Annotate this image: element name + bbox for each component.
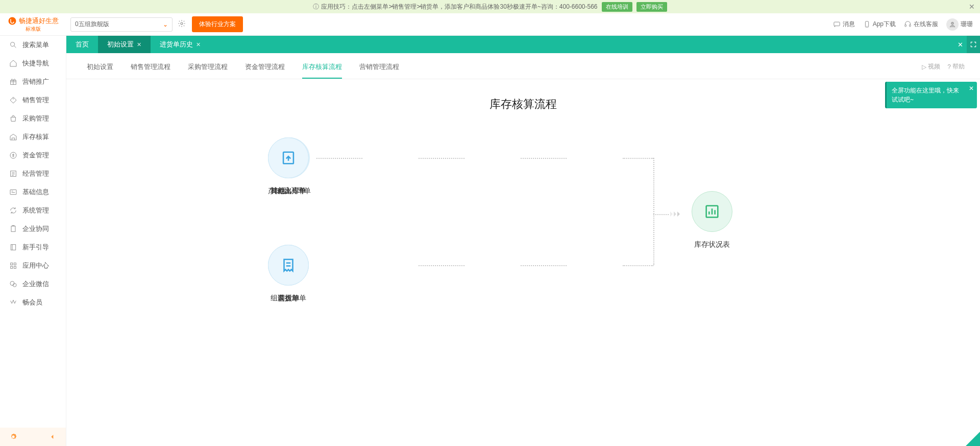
- edition-value: 0五组旗舰版: [75, 20, 109, 29]
- svg-rect-4: [905, 25, 906, 27]
- svg-rect-15: [11, 263, 13, 265]
- buy-now-button[interactable]: 立即购买: [636, 2, 667, 12]
- sidebar-item-inventory[interactable]: 库存核算: [0, 128, 66, 146]
- svg-point-7: [11, 42, 15, 46]
- connector: [521, 158, 567, 159]
- connector: [653, 158, 654, 214]
- subtab-initial[interactable]: 初始设置: [87, 62, 113, 79]
- settings-icon[interactable]: [178, 19, 186, 29]
- fullscreen-icon[interactable]: [967, 36, 980, 53]
- sidebar-item-basicinfo[interactable]: 基础信息: [0, 183, 66, 201]
- gear-icon[interactable]: [9, 433, 17, 441]
- fullscreen-tip: 全屏功能在这里哦，快来试试吧~ ✕: [885, 82, 977, 108]
- chat-icon: [9, 280, 17, 288]
- vip-icon: [9, 298, 17, 307]
- card-icon: [9, 188, 17, 196]
- sidebar-item-funds[interactable]: 资金管理: [0, 146, 66, 165]
- collapse-icon[interactable]: [48, 433, 57, 441]
- sidebar: 搜索菜单 快捷导航 营销推广 销售管理 采购管理 库存核算 资金管理 经营管理 …: [0, 36, 66, 446]
- sidebar-item-system[interactable]: 系统管理: [0, 201, 66, 220]
- logo: 畅捷通好生意 标准版: [0, 16, 66, 33]
- sidebar-item-guide[interactable]: 新手引导: [0, 238, 66, 256]
- bag-icon: [9, 114, 17, 123]
- svg-rect-18: [14, 266, 16, 268]
- tip-close-icon[interactable]: ✕: [969, 84, 974, 93]
- svg-rect-2: [834, 22, 840, 26]
- flow-diagram: 产成品入库单 其他入库单 材料出库单 其他出库单 盘点单 调拨单 组装拆卸单: [268, 137, 778, 332]
- svg-rect-14: [11, 245, 15, 250]
- search-icon: [9, 41, 17, 49]
- connector: [419, 158, 464, 159]
- industry-demo-button[interactable]: 体验行业方案: [192, 16, 243, 32]
- video-link[interactable]: ▷ 视频: [922, 62, 940, 71]
- close-icon[interactable]: ✕: [137, 41, 141, 48]
- connector: [521, 265, 567, 266]
- receipt-icon: [280, 256, 297, 274]
- subtab-purchase[interactable]: 采购管理流程: [188, 62, 228, 79]
- sidebar-item-sales[interactable]: 销售管理: [0, 91, 66, 109]
- tab-initial-settings[interactable]: 初始设置✕: [98, 36, 151, 53]
- app-download-link[interactable]: App下载: [863, 20, 896, 29]
- connector: [623, 158, 653, 159]
- sidebar-item-biz[interactable]: 经营管理: [0, 165, 66, 183]
- grid-icon: [9, 262, 17, 270]
- edition-select[interactable]: 0五组旗舰版 ⌄: [70, 17, 173, 32]
- help-link[interactable]: ? 帮助: [947, 62, 965, 71]
- subtab-inventory[interactable]: 库存核算流程: [302, 62, 342, 79]
- svg-point-6: [951, 22, 954, 25]
- tabbar-close-icon[interactable]: ✕: [953, 36, 967, 53]
- clipboard-icon: [9, 225, 17, 233]
- user-menu[interactable]: 珊珊: [946, 18, 973, 31]
- sidebar-item-search[interactable]: 搜索菜单: [0, 36, 66, 54]
- svg-rect-17: [11, 266, 13, 268]
- list-icon: [9, 170, 17, 178]
- connector: [419, 265, 464, 266]
- connector: [623, 265, 653, 266]
- gift-icon: [9, 78, 17, 86]
- subtab-sales[interactable]: 销售管理流程: [131, 62, 170, 79]
- brand-icon: [8, 16, 17, 26]
- header: 畅捷通好生意 标准版 0五组旗舰版 ⌄ 体验行业方案 消息 App下载 在线客服…: [0, 13, 980, 36]
- content: 初始设置 销售管理流程 采购管理流程 资金管理流程 库存核算流程 营销管理流程 …: [66, 53, 980, 446]
- arrow-icon: [670, 212, 680, 217]
- sidebar-item-purchase[interactable]: 采购管理: [0, 109, 66, 128]
- messages-link[interactable]: 消息: [833, 20, 855, 29]
- tab-home[interactable]: 首页: [66, 36, 98, 53]
- node-other-out[interactable]: 其他出库单: [268, 137, 309, 196]
- sync-icon: [9, 206, 17, 215]
- svg-point-9: [13, 99, 13, 99]
- home-icon: [9, 59, 17, 67]
- node-assembly[interactable]: 组装拆卸单: [268, 245, 309, 303]
- coin-icon: [9, 151, 17, 159]
- sidebar-item-marketing[interactable]: 营销推广: [0, 73, 66, 91]
- doc-out-icon: [280, 149, 297, 167]
- banner-close-icon[interactable]: ✕: [969, 3, 975, 11]
- book-icon: [9, 243, 17, 251]
- avatar-icon: [946, 18, 959, 31]
- brand-name: 畅捷通好生意: [19, 16, 59, 26]
- online-training-button[interactable]: 在线培训: [602, 2, 632, 12]
- customer-service-link[interactable]: 在线客服: [904, 20, 938, 29]
- tab-purchase-history[interactable]: 进货单历史✕: [151, 36, 210, 53]
- sidebar-item-member[interactable]: 畅会员: [0, 293, 66, 312]
- warehouse-icon: [9, 133, 17, 141]
- sidebar-item-apps[interactable]: 应用中心: [0, 256, 66, 275]
- sidebar-item-wechat[interactable]: 企业微信: [0, 275, 66, 293]
- connector: [316, 158, 362, 159]
- svg-rect-5: [910, 25, 911, 27]
- subtab-funds[interactable]: 资金管理流程: [245, 62, 285, 79]
- tag-icon: [9, 96, 17, 104]
- node-inventory-report[interactable]: 库存状况表: [692, 191, 732, 249]
- promo-banner: ⓘ 应用技巧：点击左侧菜单>销售管理>销货单，添加客户和商品体验30秒极速开单~…: [0, 0, 980, 13]
- chevron-down-icon: ⌄: [163, 21, 168, 28]
- svg-point-19: [10, 281, 14, 286]
- sidebar-item-collab[interactable]: 企业协同: [0, 220, 66, 238]
- sidebar-item-quicknav[interactable]: 快捷导航: [0, 54, 66, 73]
- banner-text: 应用技巧：点击左侧菜单>销售管理>销货单，添加客户和商品体验30秒极速开单~咨询…: [321, 3, 597, 11]
- subtabs: 初始设置 销售管理流程 采购管理流程 资金管理流程 库存核算流程 营销管理流程 …: [66, 53, 980, 79]
- connector: [653, 214, 654, 265]
- close-icon[interactable]: ✕: [196, 41, 201, 48]
- info-icon: ⓘ: [313, 3, 319, 11]
- sidebar-footer: [0, 428, 66, 446]
- subtab-marketing[interactable]: 营销管理流程: [359, 62, 399, 79]
